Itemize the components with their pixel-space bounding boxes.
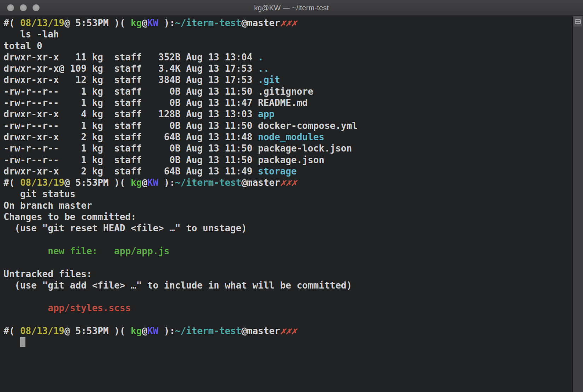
scrollbar-track[interactable] bbox=[572, 16, 583, 392]
terminal-text: ✗✗✗ bbox=[280, 326, 297, 336]
terminal-text: kg bbox=[131, 18, 142, 28]
terminal-text: drwxr-xr-x 12 kg staff 384B Aug 13 17:53 bbox=[4, 75, 258, 85]
terminal-text: -rw-r--r-- 1 kg staff 0B Aug 13 11:50 .g… bbox=[4, 86, 313, 97]
zoom-button[interactable] bbox=[33, 4, 40, 11]
terminal-text: kg bbox=[131, 326, 142, 336]
terminal-text: @ bbox=[64, 326, 75, 336]
terminal-text: 5:53PM bbox=[76, 326, 109, 336]
terminal-text: @ bbox=[64, 177, 75, 188]
terminal-text: ls -lah bbox=[4, 29, 59, 40]
terminal-text: Changes to be committed: bbox=[4, 212, 136, 222]
terminal-output[interactable]: #( 08/13/19@ 5:53PM )( kg@KW ):~/iterm-t… bbox=[0, 16, 572, 392]
terminal-line: drwxr-xr-x 11 kg staff 352B Aug 13 13:04… bbox=[4, 52, 572, 63]
terminal-line: -rw-r--r-- 1 kg staff 0B Aug 13 11:50 pa… bbox=[4, 154, 572, 166]
terminal-text: ~/iterm-test bbox=[175, 326, 241, 336]
terminal-text: node_modules bbox=[258, 132, 324, 142]
terminal-text: drwxr-xr-x 2 kg staff 64B Aug 13 11:49 bbox=[4, 166, 258, 177]
terminal-text: ~/iterm-test bbox=[175, 177, 241, 188]
terminal-line: drwxr-xr-x 4 kg staff 128B Aug 13 13:03 … bbox=[4, 108, 572, 120]
titlebar[interactable]: kg@KW — ~/iterm-test bbox=[0, 0, 583, 16]
terminal-line bbox=[4, 234, 572, 245]
terminal-text: -rw-r--r-- 1 kg staff 0B Aug 13 11:50 do… bbox=[4, 120, 358, 131]
terminal-text: #( bbox=[4, 177, 20, 188]
terminal-text: KW bbox=[147, 18, 158, 28]
terminal-text: )( bbox=[108, 18, 131, 28]
terminal-line: git status bbox=[4, 188, 572, 200]
terminal-line: drwxr-xr-x 12 kg staff 384B Aug 13 17:53… bbox=[4, 74, 572, 85]
terminal-line: drwxr-xr-x 2 kg staff 64B Aug 13 11:49 s… bbox=[4, 166, 572, 177]
terminal-line: #( 08/13/19@ 5:53PM )( kg@KW ):~/iterm-t… bbox=[4, 177, 572, 188]
terminal-text: .git bbox=[258, 75, 280, 85]
terminal-line: -rw-r--r-- 1 kg staff 0B Aug 13 11:47 RE… bbox=[4, 97, 572, 108]
terminal-line: #( 08/13/19@ 5:53PM )( kg@KW ):~/iterm-t… bbox=[4, 17, 572, 29]
terminal-text: git status bbox=[4, 189, 76, 199]
terminal-text: drwxr-xr-x 11 kg staff 352B Aug 13 13:04 bbox=[4, 52, 258, 63]
terminal-text: (use "git add <file> …" to include in wh… bbox=[4, 280, 352, 291]
terminal-text: new file: app/app.js bbox=[48, 246, 169, 256]
terminal-text: (use "git reset HEAD <file> …" to unstag… bbox=[4, 223, 247, 233]
terminal-text: @ bbox=[241, 326, 247, 336]
terminal-line bbox=[4, 337, 572, 348]
terminal-text: 08/13/19 bbox=[20, 177, 64, 188]
terminal-text: KW bbox=[147, 326, 158, 336]
terminal-line bbox=[4, 257, 572, 268]
close-button[interactable] bbox=[7, 4, 14, 11]
terminal-text: ): bbox=[158, 326, 175, 336]
terminal-text: 08/13/19 bbox=[20, 326, 64, 336]
terminal-text: @ bbox=[142, 177, 147, 188]
window-title: kg@KW — ~/iterm-test bbox=[254, 4, 329, 12]
terminal-text: )( bbox=[108, 326, 131, 336]
traffic-lights bbox=[7, 4, 40, 11]
terminal-text: ~/iterm-test bbox=[175, 18, 241, 28]
terminal-line: drwxr-xr-x@ 109 kg staff 3.4K Aug 13 17:… bbox=[4, 63, 572, 74]
terminal-text: @ bbox=[241, 18, 247, 28]
terminal-text: )( bbox=[108, 177, 131, 188]
terminal-text: ✗✗✗ bbox=[280, 18, 297, 28]
terminal-text: -rw-r--r-- 1 kg staff 0B Aug 13 11:50 pa… bbox=[4, 143, 352, 154]
terminal-line: (use "git reset HEAD <file> …" to unstag… bbox=[4, 222, 572, 234]
terminal-text: 5:53PM bbox=[76, 18, 109, 28]
terminal-text: storage bbox=[258, 166, 297, 177]
terminal-text bbox=[4, 303, 48, 313]
terminal-line: new file: app/app.js bbox=[4, 245, 572, 257]
terminal-text: . bbox=[258, 52, 264, 63]
terminal-text: ): bbox=[158, 177, 175, 188]
terminal-text: @ bbox=[64, 18, 75, 28]
terminal-text: @ bbox=[142, 18, 147, 28]
terminal-text: ✗✗✗ bbox=[280, 177, 297, 188]
terminal-text: master bbox=[247, 177, 280, 188]
terminal-line bbox=[4, 291, 572, 302]
terminal-line: #( 08/13/19@ 5:53PM )( kg@KW ):~/iterm-t… bbox=[4, 325, 572, 337]
scroll-marker-icon bbox=[575, 19, 581, 24]
window-content: #( 08/13/19@ 5:53PM )( kg@KW ):~/iterm-t… bbox=[0, 16, 583, 392]
terminal-cursor bbox=[20, 337, 25, 347]
terminal-text: Untracked files: bbox=[4, 269, 92, 279]
terminal-line: drwxr-xr-x 2 kg staff 64B Aug 13 11:48 n… bbox=[4, 131, 572, 143]
terminal-text: #( bbox=[4, 326, 20, 336]
terminal-text: app/styles.scss bbox=[48, 303, 131, 313]
terminal-line: -rw-r--r-- 1 kg staff 0B Aug 13 11:50 pa… bbox=[4, 143, 572, 154]
terminal-line: Untracked files: bbox=[4, 268, 572, 280]
terminal-line: total 0 bbox=[4, 40, 572, 52]
terminal-text: total 0 bbox=[4, 41, 42, 51]
terminal-text bbox=[4, 246, 48, 256]
terminal-text: -rw-r--r-- 1 kg staff 0B Aug 13 11:50 pa… bbox=[4, 155, 324, 165]
terminal-line: Changes to be committed: bbox=[4, 211, 572, 222]
terminal-line: (use "git add <file> …" to include in wh… bbox=[4, 280, 572, 291]
terminal-text: -rw-r--r-- 1 kg staff 0B Aug 13 11:47 RE… bbox=[4, 97, 308, 108]
terminal-text: #( bbox=[4, 18, 20, 28]
terminal-window: kg@KW — ~/iterm-test #( 08/13/19@ 5:53PM… bbox=[0, 0, 583, 392]
terminal-text: On branch master bbox=[4, 200, 92, 211]
terminal-text: drwxr-xr-x@ 109 kg staff 3.4K Aug 13 17:… bbox=[4, 63, 258, 74]
terminal-text: @ bbox=[142, 326, 147, 336]
terminal-text: master bbox=[247, 326, 280, 336]
terminal-line: On branch master bbox=[4, 200, 572, 211]
terminal-line: app/styles.scss bbox=[4, 302, 572, 314]
scrollbar-top-widget[interactable] bbox=[573, 16, 582, 26]
minimize-button[interactable] bbox=[20, 4, 27, 11]
terminal-text: .. bbox=[258, 63, 269, 74]
terminal-text: kg bbox=[131, 177, 142, 188]
terminal-text: drwxr-xr-x 2 kg staff 64B Aug 13 11:48 bbox=[4, 132, 258, 142]
terminal-text: KW bbox=[147, 177, 158, 188]
terminal-text: 08/13/19 bbox=[20, 18, 64, 28]
